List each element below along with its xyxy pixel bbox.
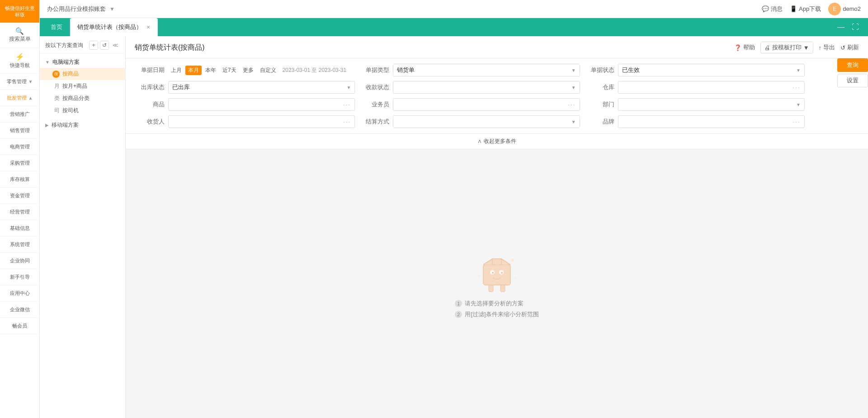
date-tab-this-year[interactable]: 本年 — [203, 66, 219, 75]
sidebar-search[interactable]: 🔍 搜索菜单 — [0, 23, 39, 48]
sidebar-item-inventory[interactable]: 库存核算 — [0, 171, 39, 188]
tab-sales-report[interactable]: 销货单统计表（按商品） × — [70, 18, 158, 36]
date-filter-cell: 单据日期 上月 本月 本年 近7天 更多 自定义 20 — [135, 64, 359, 76]
sidebar-item-guide[interactable]: 新手引导 — [0, 269, 39, 285]
category-scheme-icon: 类 — [54, 95, 60, 102]
empty-state: 1 请先选择要分析的方案 2 用[过滤]条件来缩小分析范围 — [126, 149, 868, 418]
mobile-scheme-group[interactable]: ▶ 移动端方案 — [40, 119, 125, 131]
tab-close-icon[interactable]: × — [146, 24, 150, 30]
sidebar-item-enterprise[interactable]: 企业协同 — [0, 253, 39, 269]
doc-type-select[interactable]: 销货单 ▼ — [393, 64, 580, 76]
receipt-select[interactable]: ▼ — [393, 81, 580, 94]
scheme-collapse-btn[interactable]: ≪ — [111, 41, 120, 50]
goods-select[interactable]: ··· — [168, 98, 355, 111]
scheme-item-by-month[interactable]: 月 按月+商品 — [40, 80, 125, 92]
query-btn[interactable]: 查询 — [837, 58, 868, 72]
industry-title: 办公用品行业模拟账套 — [47, 5, 106, 13]
settlement-cell: 结算方式 ▼ — [359, 115, 584, 128]
scheme-panel: 按以下方案查询 + ↺ ≪ ▼ 电脑端方案 按 按商品 月 按月+ — [40, 36, 126, 418]
sidebar-quick-nav[interactable]: ⚡ 快捷导航 — [0, 48, 39, 74]
brand-select[interactable]: ··· — [618, 115, 805, 128]
brand-dots-icon: ··· — [793, 118, 801, 125]
export-icon: ↑ — [819, 44, 822, 51]
date-tab-last-month[interactable]: 上月 — [168, 66, 184, 75]
page-header: 销货单统计表(按商品) ❓ 帮助 🖨 按模板打印 ▼ ↑ 导出 — [126, 36, 868, 58]
date-tab-this-month[interactable]: 本月 — [185, 66, 202, 75]
scheme-item-by-driver[interactable]: 司 按司机 — [40, 104, 125, 117]
date-tab-more[interactable]: 更多 — [240, 66, 256, 75]
sidebar-item-business[interactable]: 经营管理 — [0, 204, 39, 220]
svg-rect-8 — [500, 285, 505, 292]
brand-cell: 品牌 ··· — [585, 115, 809, 128]
print-icon: 🖨 — [764, 44, 770, 51]
month-scheme-icon: 月 — [54, 82, 60, 90]
sidebar-item-ecommerce[interactable]: 电商管理 — [0, 139, 39, 155]
svg-point-11 — [514, 277, 516, 279]
date-control: 上月 本月 本年 近7天 更多 自定义 2023-03-01 至 2023-03… — [168, 66, 355, 75]
empty-illustration — [470, 249, 524, 294]
page-title: 销货单统计表(按商品) — [135, 43, 205, 52]
sidebar-item-member[interactable]: 畅会员 — [0, 318, 39, 334]
export-btn[interactable]: ↑ 导出 — [819, 43, 835, 52]
sidebar-item-finance[interactable]: 资金管理 — [0, 188, 39, 204]
warehouse-status-label: 出库状态 — [139, 83, 165, 91]
warehouse-arrow-icon: ▼ — [346, 85, 351, 90]
industry-dropdown[interactable]: ▼ — [109, 6, 115, 12]
recipient-select[interactable]: ··· — [168, 115, 355, 128]
desktop-scheme-group: ▼ 电脑端方案 按 按商品 月 按月+商品 类 按商品分类 司 按司机 — [40, 54, 125, 119]
user-menu[interactable]: E demo2 — [828, 3, 861, 15]
tab-home[interactable]: 首页 — [43, 18, 70, 36]
doc-status-select[interactable]: 已生效 ▼ — [618, 64, 805, 76]
date-label: 单据日期 — [139, 66, 165, 74]
stock-select[interactable]: ··· — [618, 81, 805, 94]
refresh-btn[interactable]: ↺ 刷新 — [840, 43, 859, 52]
app-download-btn[interactable]: 📱 App下载 — [790, 5, 821, 13]
user-avatar: E — [828, 3, 841, 15]
scheme-item-by-category[interactable]: 类 按商品分类 — [40, 92, 125, 104]
recipient-dots-icon: ··· — [343, 118, 351, 125]
scheme-add-btn[interactable]: + — [89, 41, 98, 50]
help-icon: ❓ — [734, 44, 741, 51]
settings-btn[interactable]: 设置 — [837, 74, 868, 87]
help-btn[interactable]: ❓ 帮助 — [734, 43, 755, 52]
goods-dots-icon: ··· — [343, 101, 351, 108]
top-bar: 办公用品行业模拟账套 ▼ 💬 消息 📱 App下载 E demo2 — [40, 0, 868, 18]
sidebar-item-retail[interactable]: 零售管理 ▼ — [0, 74, 39, 90]
sidebar-item-sales[interactable]: 销售管理 — [0, 123, 39, 139]
dept-select[interactable]: ▼ — [618, 98, 805, 111]
salesman-select[interactable]: ··· — [393, 98, 580, 111]
tab-minimize-icon[interactable]: — — [835, 22, 846, 33]
warehouse-status-select[interactable]: 已出库 ▼ — [168, 81, 355, 94]
scheme-item-by-goods[interactable]: 按 按商品 — [40, 68, 125, 80]
salesman-dots-icon: ··· — [568, 101, 576, 108]
tab-maximize-icon[interactable]: ⛶ — [850, 22, 861, 33]
sidebar-item-system[interactable]: 系统管理 — [0, 237, 39, 253]
desktop-group-toggle[interactable]: ▼ 电脑端方案 — [40, 57, 125, 68]
svg-point-9 — [511, 259, 514, 261]
doc-type-arrow-icon: ▼ — [571, 68, 576, 73]
logo-text: 畅捷信好生意 标版 — [5, 5, 35, 18]
sidebar-item-marketing[interactable]: 营销推广 — [0, 106, 39, 123]
doc-type-cell: 单据类型 销货单 ▼ — [359, 64, 584, 76]
date-range: 2023-03-01 至 2023-03-31 — [283, 66, 346, 74]
messages-btn[interactable]: 💬 消息 — [762, 5, 783, 13]
date-tab-custom[interactable]: 自定义 — [257, 66, 279, 75]
receipt-label: 收款状态 — [364, 83, 389, 91]
sidebar-item-wholesale[interactable]: 批发管理 ▲ — [0, 90, 39, 106]
collapse-conditions-btn[interactable]: ∧ 收起更多条件 — [126, 134, 868, 149]
salesman-cell: 业务员 ··· — [359, 98, 584, 111]
date-tab-7days[interactable]: 近7天 — [220, 66, 239, 75]
settlement-select[interactable]: ▼ — [393, 115, 580, 128]
sidebar-item-purchase[interactable]: 采购管理 — [0, 155, 39, 171]
template-print-btn[interactable]: 🖨 按模板打印 ▼ — [760, 42, 813, 53]
scheme-refresh-btn[interactable]: ↺ — [100, 41, 109, 50]
dept-cell: 部门 ▼ — [585, 98, 809, 111]
sidebar-item-wechat[interactable]: 企业微信 — [0, 302, 39, 318]
mobile-icon: 📱 — [790, 5, 797, 12]
sidebar-item-apps[interactable]: 应用中心 — [0, 285, 39, 302]
dept-label: 部门 — [589, 100, 614, 109]
svg-point-6 — [501, 272, 503, 274]
warehouse-status-cell: 出库状态 已出库 ▼ — [135, 81, 359, 94]
sidebar-item-basic[interactable]: 基础信息 — [0, 220, 39, 237]
print-dropdown-icon: ▼ — [803, 44, 809, 51]
